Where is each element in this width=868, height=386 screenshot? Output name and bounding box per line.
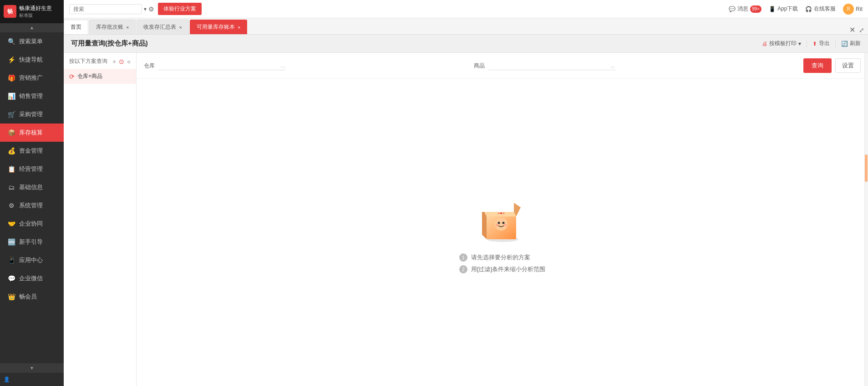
query-bar: 仓库 ... 商品 ... 查询 设置 (137, 53, 868, 79)
tabs-bar: 首页 库存批次账 × 收发存汇总表 × 可用量库存账本 × ✕ ⤢ (64, 18, 868, 35)
nav-label-inventory: 库存核算 (19, 129, 43, 137)
collapse-panel-btn[interactable]: « (127, 58, 131, 65)
tab-available-account[interactable]: 可用量库存账本 × (190, 20, 247, 34)
app-subtitle: 标准版 (19, 12, 52, 19)
scheme-settings-btn[interactable]: ⊙ (119, 58, 124, 65)
empty-hints: 1 请先选择要分析的方案 2 用[过滤]条件来缩小分析范围 (459, 253, 545, 273)
message-icon: 💬 (729, 6, 736, 12)
sidebar-item-sales[interactable]: 📊销售管理 (0, 87, 64, 105)
expand-tabs-btn[interactable]: ⤢ (859, 26, 864, 34)
nav-label-enterprise: 企业协同 (19, 220, 43, 228)
scrollbar-thumb[interactable] (865, 154, 868, 182)
trial-btn[interactable]: 体验行业方案 (158, 3, 202, 15)
sidebar-item-weixin[interactable]: 💬企业微信 (0, 269, 64, 288)
user-icon: 👤 (4, 376, 10, 382)
hint-1: 1 请先选择要分析的方案 (459, 253, 545, 262)
right-scrollbar[interactable] (864, 53, 868, 386)
avatar: R (843, 4, 854, 15)
tab-available-account-label: 可用量库存账本 (197, 23, 235, 31)
sidebar: 畅 畅康通好生意 标准版 ▲ 🔍搜索菜单⚡快捷导航🎁营销推广📊销售管理🛒采购管理… (0, 0, 64, 386)
close-tab-available-account[interactable]: × (238, 25, 240, 30)
warehouse-input-wrap: ... (158, 62, 286, 70)
goods-label: 商品 (474, 62, 485, 70)
add-scheme-btn[interactable]: + (112, 58, 116, 65)
nav-label-search: 搜索菜单 (19, 37, 43, 46)
sidebar-item-inventory[interactable]: 📦库存核算 (0, 124, 64, 142)
hint-2: 2 用[过滤]条件来缩小分析范围 (459, 265, 545, 273)
online-service-btn[interactable]: 🎧 在线客服 (805, 5, 836, 13)
hint-text-2: 用[过滤]条件来缩小分析范围 (471, 265, 545, 273)
topbar-search: ▾ ⚙ (69, 4, 154, 14)
sidebar-item-quick-nav[interactable]: ⚡快捷导航 (0, 51, 64, 69)
sidebar-item-onboarding[interactable]: 🆕新手引导 (0, 233, 64, 251)
sidebar-item-finance[interactable]: 💰资金管理 (0, 142, 64, 160)
sidebar-item-search[interactable]: 🔍搜索菜单 (0, 32, 64, 51)
empty-state: 1 请先选择要分析的方案 2 用[过滤]条件来缩小分析范围 (137, 79, 868, 386)
hint-num-1: 1 (459, 253, 467, 262)
sidebar-item-operations[interactable]: 📋经营管理 (0, 160, 64, 178)
close-tab-batch-account[interactable]: × (126, 25, 129, 30)
export-btn[interactable]: ⬆ 导出 (812, 40, 830, 47)
divider-2 (835, 40, 836, 47)
goods-input[interactable] (488, 62, 610, 70)
warehouse-more-btn[interactable]: ... (280, 62, 286, 69)
nav-icon-finance: 💰 (7, 147, 15, 154)
warehouse-input[interactable] (158, 62, 280, 70)
query-btn[interactable]: 查询 (803, 58, 832, 73)
nav-label-sales: 销售管理 (19, 92, 43, 100)
filter-panel-title: 按以下方案查询 (69, 57, 107, 65)
message-btn[interactable]: 💬 消息 99+ (729, 5, 761, 13)
sidebar-scroll-up[interactable]: ▲ (0, 23, 64, 32)
empty-illustration (475, 191, 530, 246)
sidebar-item-member[interactable]: 👑畅会员 (0, 288, 64, 306)
user-menu-btn[interactable]: R Rit (843, 4, 863, 15)
box-svg (475, 191, 530, 246)
print-dropdown-icon[interactable]: ▾ (798, 41, 801, 47)
logo-icon: 畅 (4, 5, 16, 18)
filter-panel-header: 按以下方案查询 + ⊙ « (64, 57, 136, 69)
nav-icon-quick-nav: ⚡ (7, 56, 15, 63)
sidebar-scroll-down[interactable]: ▼ (0, 363, 64, 372)
settings-btn[interactable]: 设置 (835, 58, 861, 73)
topbar-dropdown-btn[interactable]: ▾ (144, 6, 147, 12)
tab-collect-account[interactable]: 收发存汇总表 × (137, 20, 188, 34)
sidebar-item-app-center[interactable]: 📱应用中心 (0, 251, 64, 269)
scheme-icon: ⟳ (69, 73, 75, 80)
topbar-search-input[interactable] (69, 4, 142, 14)
close-tab-collect-account[interactable]: × (179, 25, 182, 30)
user-name: Rit (856, 6, 863, 12)
tab-home[interactable]: 首页 (64, 20, 88, 34)
nav-icon-marketing: 🎁 (7, 74, 15, 82)
svg-point-13 (500, 212, 502, 214)
scheme-item-label: 仓库+商品 (77, 72, 102, 80)
nav-icon-sales: 📊 (7, 93, 15, 100)
close-all-tabs-btn[interactable]: ✕ (849, 26, 855, 34)
sidebar-item-marketing[interactable]: 🎁营销推广 (0, 69, 64, 87)
app-download-btn[interactable]: 📱 App下载 (769, 5, 798, 13)
nav-icon-enterprise: 🤝 (7, 220, 15, 227)
warehouse-field: 仓库 ... (144, 62, 467, 70)
divider-1 (807, 40, 807, 47)
sidebar-item-basic-info[interactable]: 🗂基础信息 (0, 178, 64, 196)
message-label: 消息 (737, 5, 748, 13)
sidebar-item-system[interactable]: ⚙系统管理 (0, 196, 64, 215)
nav-label-member: 畅会员 (19, 293, 37, 301)
nav-icon-inventory: 📦 (7, 129, 15, 136)
sidebar-item-purchase[interactable]: 🛒采购管理 (0, 105, 64, 124)
nav-label-basic-info: 基础信息 (19, 183, 43, 191)
scheme-item-warehouse-goods[interactable]: ⟳ 仓库+商品 (64, 69, 136, 84)
nav-icon-purchase: 🛒 (7, 111, 15, 118)
message-badge: 99+ (750, 5, 761, 13)
goods-more-btn[interactable]: ... (609, 62, 615, 69)
topbar: ▾ ⚙ 体验行业方案 💬 消息 99+ 📱 App下载 🎧 在线客服 R Rit (64, 0, 868, 18)
tab-batch-account[interactable]: 库存批次账 × (89, 20, 136, 34)
tab-collect-account-label: 收发存汇总表 (143, 23, 176, 31)
nav-icon-onboarding: 🆕 (7, 238, 15, 246)
sidebar-item-enterprise[interactable]: 🤝企业协同 (0, 215, 64, 233)
export-label: 导出 (819, 40, 830, 47)
gear-icon[interactable]: ⚙ (148, 5, 154, 13)
refresh-btn[interactable]: 🔄 刷新 (841, 40, 861, 47)
sidebar-header: 畅 畅康通好生意 标准版 (0, 0, 64, 23)
nav-label-operations: 经营管理 (19, 165, 43, 173)
print-btn[interactable]: 🖨 按模板打印 ▾ (762, 40, 801, 47)
